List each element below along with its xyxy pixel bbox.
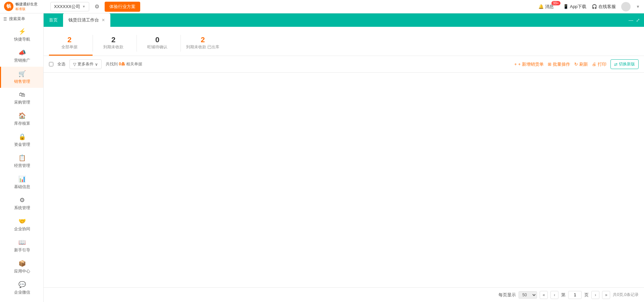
sidebar-item-quick-nav[interactable]: ⚡ 快捷导航 xyxy=(0,24,43,46)
filter-icon: ▽ xyxy=(73,62,76,67)
sidebar-item-inventory[interactable]: 🏠 库存核算 xyxy=(0,109,43,130)
stat-num-overdue: 2 xyxy=(98,36,128,44)
total-text: 共0页,0条记录 xyxy=(613,292,639,298)
chevron-down-icon: ∨ xyxy=(95,62,98,67)
sidebar-label-app-center: 应用中心 xyxy=(14,268,30,274)
header-right: 🔔 消息 99+ 📱 App下载 🎧 在线客服 ▼ xyxy=(538,2,640,11)
company-selector[interactable]: XXXXXX公司 ▼ xyxy=(50,2,89,11)
sidebar-label-finance: 资金管理 xyxy=(14,142,30,147)
sidebar-item-cooperation[interactable]: 🤝 企业协同 xyxy=(0,214,43,235)
refresh-button[interactable]: ↻ 刷新 xyxy=(574,61,588,67)
add-order-label: + 新增销货单 xyxy=(518,61,544,67)
search-menu-button[interactable]: ☰ 搜索菜单 xyxy=(0,13,43,24)
print-icon: 🖨 xyxy=(592,62,596,67)
company-name: XXXXXX公司 xyxy=(54,4,80,10)
toolbar: 全选 ▽ 更多条件 ∨ 共找到 0条 相关单据 + + 新增销货单 xyxy=(44,56,644,73)
messages-button[interactable]: 🔔 消息 99+ xyxy=(538,4,558,10)
found-prefix: 共找到 xyxy=(106,62,118,66)
sidebar-item-weixin[interactable]: 💬 企业微信 xyxy=(0,278,43,299)
toolbar-right: + + 新增销货单 ⊞ 批量操作 ↻ 刷新 🖨 打印 xyxy=(514,59,639,69)
phone-icon: 📱 xyxy=(563,4,569,9)
main-layout: ☰ 搜索菜单 ⚡ 快捷导航 📣 营销推广 🛒 销售管理 🛍 采购管理 🏠 库存核… xyxy=(0,13,644,302)
found-count: 0条 xyxy=(119,62,125,66)
sidebar-item-system[interactable]: ⚙ 系统管理 xyxy=(0,193,43,214)
tab-minimize-icon[interactable]: — xyxy=(629,17,633,23)
settings-button[interactable]: ⚙ xyxy=(92,2,102,12)
prev-page-button[interactable]: ‹ xyxy=(550,291,558,299)
batch-label: 批量操作 xyxy=(553,61,570,67)
sidebar-item-sales[interactable]: 🛒 销售管理 xyxy=(0,67,43,88)
chat-icon: 💬 xyxy=(18,281,26,288)
pagination-bar: 每页显示 50 10 20 100 « ‹ 第 页 › » 共0页,0条记录 xyxy=(44,287,644,302)
filter-button[interactable]: ▽ 更多条件 ∨ xyxy=(69,59,102,69)
gear-icon: ⚙ xyxy=(95,3,99,10)
app-version: 标准版 xyxy=(15,7,38,11)
sidebar-item-guide[interactable]: 📖 新手引导 xyxy=(0,235,43,256)
tab-workbench-label: 钱货日清工作台 xyxy=(68,17,99,23)
stat-card-all[interactable]: 2 全部单据 xyxy=(49,32,93,56)
sidebar: ☰ 搜索菜单 ⚡ 快捷导航 📣 营销推广 🛒 销售管理 🛍 采购管理 🏠 库存核… xyxy=(0,13,44,302)
handshake-icon: 🤝 xyxy=(18,218,26,225)
sidebar-item-app-center[interactable]: 📦 应用中心 xyxy=(0,256,43,278)
sidebar-item-operations[interactable]: 📋 经营管理 xyxy=(0,151,43,172)
sidebar-label-sales: 销售管理 xyxy=(14,79,30,84)
next-page-button[interactable]: › xyxy=(591,291,599,299)
sidebar-label-inventory: 库存核算 xyxy=(14,121,30,126)
megaphone-icon: 📣 xyxy=(18,49,26,56)
switch-icon: ⇄ xyxy=(614,62,618,67)
sidebar-item-basic-info[interactable]: 📊 基础信息 xyxy=(0,172,43,193)
book-icon: 📖 xyxy=(18,239,26,246)
page-size-select[interactable]: 50 10 20 100 xyxy=(519,291,537,299)
settings-icon: ⚙ xyxy=(19,196,25,204)
sidebar-item-finance[interactable]: 🔒 资金管理 xyxy=(0,130,43,151)
page-input[interactable] xyxy=(568,291,582,299)
logo-area: 畅 畅捷通好生意 标准版 xyxy=(4,2,48,11)
tab-workbench[interactable]: 钱货日清工作台 ✕ xyxy=(63,13,110,27)
online-service-label: 在线客服 xyxy=(598,4,616,10)
username-display[interactable]: ▼ xyxy=(636,4,640,9)
batch-icon: ⊞ xyxy=(548,62,551,67)
sidebar-label-quick-nav: 快捷导航 xyxy=(14,37,30,42)
table-icon: 📊 xyxy=(18,175,26,183)
refresh-icon: ↻ xyxy=(574,62,578,67)
print-button[interactable]: 🖨 打印 xyxy=(592,61,606,67)
tab-bar-actions: — ⤢ xyxy=(629,17,644,23)
first-page-button[interactable]: « xyxy=(540,291,548,299)
print-label: 打印 xyxy=(598,61,606,67)
stat-card-wangwang[interactable]: 0 旺辅待确认 xyxy=(137,32,180,56)
sidebar-item-marketing[interactable]: 📣 营销推广 xyxy=(0,46,43,67)
tab-expand-icon[interactable]: ⤢ xyxy=(636,17,640,23)
page-label: 第 xyxy=(561,292,566,298)
add-order-button[interactable]: + + 新增销货单 xyxy=(514,61,544,67)
experience-button[interactable]: 体验行业方案 xyxy=(105,2,140,12)
switch-label: 切换新版 xyxy=(619,61,635,67)
messages-badge: 99+ xyxy=(551,1,560,5)
switch-version-button[interactable]: ⇄ 切换新版 xyxy=(610,59,639,69)
filter-label: 更多条件 xyxy=(77,61,94,67)
tab-close-icon[interactable]: ✕ xyxy=(102,18,105,22)
app-download-button[interactable]: 📱 App下载 xyxy=(563,4,586,10)
headset-icon: 🎧 xyxy=(592,4,597,9)
sidebar-item-purchase[interactable]: 🛍 采购管理 xyxy=(0,88,43,109)
avatar[interactable] xyxy=(621,2,631,11)
table-area xyxy=(44,73,644,287)
last-page-button[interactable]: » xyxy=(602,291,610,299)
online-service-button[interactable]: 🎧 在线客服 xyxy=(592,4,616,10)
batch-button[interactable]: ⊞ 批量操作 xyxy=(548,61,570,67)
refresh-label: 刷新 xyxy=(579,61,588,67)
sidebar-item-member[interactable]: V 畅会员 xyxy=(0,299,43,302)
sidebar-label-marketing: 营销推广 xyxy=(14,58,30,63)
bell-icon: 🔔 xyxy=(538,4,544,9)
top-header: 畅 畅捷通好生意 标准版 XXXXXX公司 ▼ ⚙ 体验行业方案 🔔 消息 99… xyxy=(0,0,644,13)
stat-card-overdue[interactable]: 2 到期未收款 xyxy=(93,32,137,56)
tab-home-label: 首页 xyxy=(49,17,58,23)
sidebar-label-weixin: 企业微信 xyxy=(14,290,30,295)
stat-label-wangwang: 旺辅待确认 xyxy=(147,45,167,49)
tab-home[interactable]: 首页 xyxy=(44,13,63,27)
page-size-label: 每页显示 xyxy=(498,292,516,298)
app-download-label: App下载 xyxy=(570,4,586,10)
found-suffix: 相关单据 xyxy=(126,62,142,66)
stat-card-shipped[interactable]: 2 到期未收款 已出库 xyxy=(181,32,227,56)
select-all-checkbox[interactable] xyxy=(49,62,53,66)
bag-icon: 🛍 xyxy=(19,91,25,98)
